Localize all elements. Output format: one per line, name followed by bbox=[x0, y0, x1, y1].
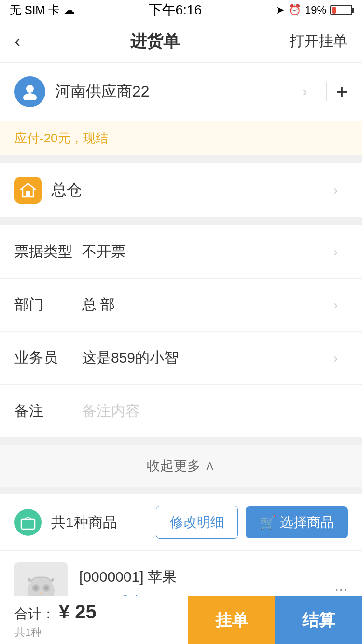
open-pending-button[interactable]: 打开挂单 bbox=[290, 31, 348, 51]
products-header: 共1种商品 修改明细 🛒 选择商品 bbox=[0, 494, 362, 550]
total-count: 共1种 bbox=[14, 625, 174, 640]
hold-button[interactable]: 挂单 bbox=[188, 596, 275, 644]
svg-point-0 bbox=[26, 85, 34, 93]
person-icon bbox=[21, 83, 39, 100]
total-row: 合计： ¥ 25 bbox=[14, 601, 174, 623]
add-button[interactable]: + bbox=[336, 81, 348, 103]
dept-value: 总 部 bbox=[82, 295, 334, 315]
staff-chevron-icon: › bbox=[334, 350, 338, 366]
select-product-button[interactable]: 🛒 选择商品 bbox=[246, 506, 348, 538]
alarm-icon: ⏰ bbox=[288, 4, 301, 16]
sim-status: 无 SIM 卡 ☁ bbox=[10, 2, 75, 18]
bottom-bar: 合计： ¥ 25 共1种 挂单 结算 bbox=[0, 596, 362, 644]
page-title: 进货单 bbox=[130, 30, 180, 53]
collapse-text: 收起更多 ∧ bbox=[147, 457, 216, 475]
cart-plus-icon: 🛒 bbox=[259, 515, 276, 531]
invoice-chevron-icon: › bbox=[334, 244, 338, 260]
warehouse-chevron-icon: › bbox=[334, 182, 338, 198]
supplier-name: 河南供应商22 bbox=[55, 81, 302, 102]
battery-icon bbox=[330, 5, 352, 15]
remark-label: 备注 bbox=[14, 401, 82, 421]
nav-bar: ‹ 进货单 打开挂单 bbox=[0, 20, 362, 63]
home-icon bbox=[20, 182, 36, 198]
staff-row[interactable]: 业务员 这是859的小智 › bbox=[0, 331, 362, 384]
supplier-section: 河南供应商22 › + 应付-20元，现结 bbox=[0, 63, 362, 155]
notice-bar: 应付-20元，现结 bbox=[0, 121, 362, 155]
dept-chevron-icon: › bbox=[334, 297, 338, 313]
remark-input[interactable]: 备注内容 bbox=[82, 401, 348, 421]
svg-rect-4 bbox=[21, 519, 35, 529]
svg-rect-3 bbox=[26, 191, 30, 197]
warehouse-row[interactable]: 总仓 › bbox=[0, 163, 362, 217]
status-bar: 无 SIM 卡 ☁ 下午6:16 ➤ ⏰ 19% bbox=[0, 0, 362, 20]
product-name: [0000001] 苹果 bbox=[79, 567, 334, 587]
total-label: 合计： bbox=[14, 606, 55, 621]
collapse-row[interactable]: 收起更多 ∧ bbox=[0, 445, 362, 487]
status-time: 下午6:16 bbox=[149, 1, 202, 19]
invoice-type-label: 票据类型 bbox=[14, 242, 82, 262]
total-amount: ¥ 25 bbox=[59, 601, 97, 622]
status-left: 无 SIM 卡 ☁ bbox=[10, 2, 75, 18]
status-right: ➤ ⏰ 19% bbox=[276, 4, 352, 16]
warehouse-icon bbox=[14, 177, 42, 204]
battery-percent: 19% bbox=[305, 4, 326, 16]
supplier-avatar bbox=[14, 76, 45, 107]
total-section: 合计： ¥ 25 共1种 bbox=[0, 601, 188, 640]
dept-label: 部门 bbox=[14, 295, 82, 315]
invoice-type-row[interactable]: 票据类型 不开票 › bbox=[0, 225, 362, 278]
invoice-type-value: 不开票 bbox=[82, 242, 334, 262]
staff-value: 这是859的小智 bbox=[82, 348, 334, 368]
supplier-row[interactable]: 河南供应商22 › + bbox=[0, 63, 362, 121]
staff-label: 业务员 bbox=[14, 348, 82, 368]
svg-point-1 bbox=[23, 93, 37, 100]
edit-detail-button[interactable]: 修改明细 bbox=[156, 506, 238, 539]
product-code: [0000001] 苹果 bbox=[79, 569, 177, 585]
product-count-icon bbox=[14, 509, 42, 536]
more-options-button[interactable]: ··· bbox=[334, 580, 348, 598]
warehouse-section: 总仓 › bbox=[0, 163, 362, 217]
shopping-bag-icon bbox=[19, 514, 37, 531]
form-section: 票据类型 不开票 › 部门 总 部 › 业务员 这是859的小智 › 备注 备注… bbox=[0, 225, 362, 437]
remark-row[interactable]: 备注 备注内容 bbox=[0, 384, 362, 437]
dept-row[interactable]: 部门 总 部 › bbox=[0, 278, 362, 331]
chevron-right-icon: › bbox=[302, 84, 306, 99]
product-count-text: 共1种商品 bbox=[51, 513, 156, 532]
notice-text: 应付-20元，现结 bbox=[14, 131, 108, 145]
divider bbox=[326, 82, 327, 101]
checkout-button[interactable]: 结算 bbox=[275, 596, 362, 644]
location-icon: ➤ bbox=[276, 4, 284, 16]
back-button[interactable]: ‹ bbox=[14, 31, 20, 52]
svg-point-8 bbox=[34, 586, 38, 590]
svg-point-9 bbox=[44, 586, 48, 590]
warehouse-name: 总仓 bbox=[51, 180, 334, 201]
